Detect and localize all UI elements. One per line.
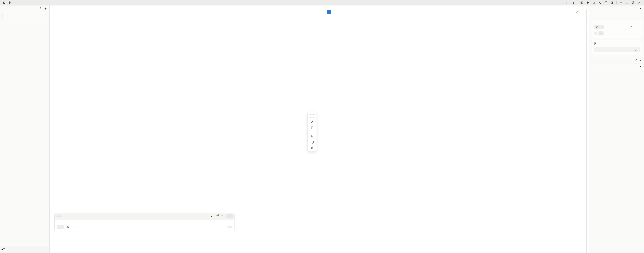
archive-icon[interactable] <box>3 1 6 4</box>
typescript-badge <box>327 10 332 14</box>
layers-icon[interactable] <box>39 7 42 10</box>
help-icon[interactable] <box>632 1 634 4</box>
diff-panel <box>319 6 589 253</box>
add-workspace-button[interactable] <box>44 7 47 10</box>
commits-ahead <box>630 26 633 28</box>
edit-pencil-icon[interactable] <box>635 48 638 51</box>
section-terminal[interactable] <box>589 57 644 64</box>
panel-left-icon[interactable] <box>580 1 583 4</box>
branch-icon <box>594 42 596 45</box>
section-label-active <box>0 20 50 22</box>
more-options-icon[interactable]: ••• <box>636 26 640 28</box>
caret-right-icon <box>639 59 641 61</box>
expand-icon[interactable] <box>634 59 637 62</box>
workspaces-sidebar <box>0 6 50 253</box>
collapse-diff-icon[interactable] <box>581 11 584 13</box>
megaphone-icon[interactable] <box>626 1 628 4</box>
chat-panel <box>50 6 319 253</box>
play-icon[interactable] <box>310 135 314 138</box>
model-dropdown[interactable] <box>57 225 64 229</box>
latest-dropdown[interactable] <box>226 214 233 218</box>
title-bar <box>0 0 644 6</box>
pause-icon[interactable] <box>565 1 568 4</box>
working-branch-card <box>591 40 642 55</box>
open-pull-request-button[interactable] <box>594 32 598 34</box>
copy-icon[interactable] <box>310 126 314 129</box>
sign-out-icon[interactable] <box>9 1 12 4</box>
section-git[interactable] <box>589 12 644 18</box>
panel-right-icon[interactable] <box>610 1 614 4</box>
hide-whitespace-icon[interactable] <box>576 10 579 14</box>
caret-down-icon <box>639 14 641 16</box>
menu-icon[interactable] <box>620 1 622 4</box>
working-branch-input[interactable] <box>594 47 640 52</box>
diff-rows <box>325 16 586 252</box>
attachment-icon[interactable] <box>67 226 70 228</box>
composer <box>54 213 235 232</box>
branch-dropdown[interactable] <box>594 24 604 29</box>
terminal-icon[interactable] <box>598 1 602 4</box>
git-compare-icon[interactable] <box>310 146 314 150</box>
view-archive-button[interactable] <box>0 246 50 253</box>
chevrons-up-icon[interactable] <box>571 1 574 4</box>
git-repo-card: ••• <box>591 20 642 38</box>
drag-handle[interactable] <box>310 114 314 115</box>
monitor-icon[interactable] <box>310 140 314 144</box>
message-input[interactable] <box>55 220 234 223</box>
search-input[interactable] <box>2 14 47 19</box>
right-panel: ••• <box>589 6 644 253</box>
pull-request-options-button[interactable] <box>598 31 604 36</box>
chat-bubble-icon[interactable] <box>586 1 589 4</box>
diff-header <box>325 8 586 16</box>
caret-right-icon <box>639 8 641 10</box>
section-changes[interactable] <box>589 6 644 12</box>
send-button[interactable] <box>227 226 232 228</box>
todos-status-icon[interactable] <box>216 215 218 218</box>
files-changed-badge[interactable] <box>56 216 62 217</box>
settings-gear-icon[interactable] <box>638 1 640 4</box>
diff-card <box>325 8 586 253</box>
monitor-icon[interactable] <box>604 1 608 4</box>
notes-placeholder[interactable] <box>589 70 644 75</box>
caret-down-icon <box>639 66 641 68</box>
spark-icon[interactable] <box>210 215 213 218</box>
composer-header <box>55 213 234 220</box>
section-notes[interactable] <box>589 64 644 70</box>
spinner-icon <box>220 214 224 218</box>
floating-toolbar <box>307 112 317 152</box>
pen-icon[interactable] <box>72 226 75 228</box>
archive-icon <box>3 248 6 251</box>
hide-whitespace-icon[interactable] <box>310 120 314 124</box>
git-network-icon[interactable] <box>592 1 595 4</box>
